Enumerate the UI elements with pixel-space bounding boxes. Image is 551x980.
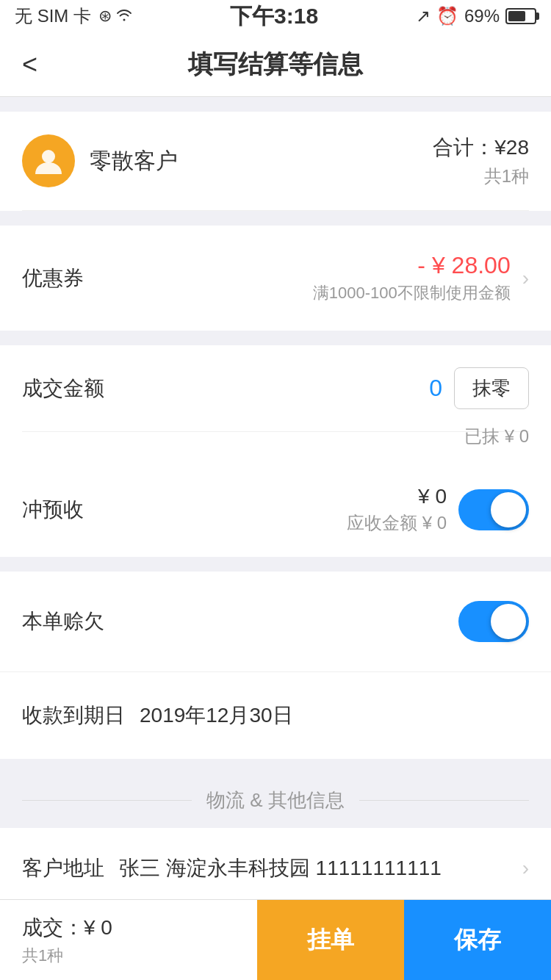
customer-name: 零散客户	[90, 146, 178, 176]
debt-toggle[interactable]	[458, 601, 529, 642]
bottom-deal-value: ¥ 0	[84, 916, 112, 939]
due-date-value: 2019年12月30日	[140, 702, 293, 729]
deal-amount-right: 0 抹零	[429, 367, 529, 409]
time-display: 下午3:18	[230, 1, 318, 32]
deal-section: 成交金额 0 抹零 已抹 ¥ 0 冲预收 ¥ 0 应收金额 ¥ 0	[0, 345, 551, 557]
due-date-row: 收款到期日 2019年12月30日	[0, 671, 551, 759]
hang-button[interactable]: 挂单	[257, 900, 404, 981]
location-icon: ↗	[416, 6, 431, 26]
debt-row: 本单赊欠	[0, 572, 551, 671]
customer-row: 零散客户 合计：¥28 共1种	[22, 112, 529, 211]
total-count: 共1种	[433, 165, 529, 188]
debt-toggle-knob	[491, 604, 526, 639]
prepay-label: 冲预收	[22, 496, 84, 524]
prepay-sub: 应收金额 ¥ 0	[347, 511, 447, 535]
coupon-chevron-icon: ›	[522, 267, 529, 290]
coupon-label: 优惠券	[22, 264, 84, 292]
toggle-knob	[491, 492, 526, 527]
address-value: 张三 海淀永丰科技园 11111111111	[119, 854, 442, 882]
section-divider-2	[0, 211, 551, 226]
battery-percent: 69%	[464, 6, 500, 26]
prepay-row: 冲预收 ¥ 0 应收金额 ¥ 0	[22, 463, 529, 557]
prepay-toggle[interactable]	[458, 489, 529, 530]
customer-total: 合计：¥28 共1种	[433, 134, 529, 188]
coupon-right: - ¥ 28.00 满1000-100不限制使用金额 ›	[313, 252, 529, 304]
total-amount: 合计：¥28	[433, 134, 529, 162]
due-date-label: 收款到期日	[22, 702, 125, 729]
deal-amount-value: 0	[429, 375, 442, 402]
back-button[interactable]: <	[22, 49, 37, 80]
battery-icon	[505, 8, 536, 24]
coupon-section: 优惠券 - ¥ 28.00 满1000-100不限制使用金额 ›	[0, 226, 551, 331]
section-divider-4	[0, 557, 551, 572]
prepay-right: ¥ 0 应收金额 ¥ 0	[347, 485, 529, 535]
bottom-deal-label: 成交：	[22, 916, 84, 939]
address-left: 客户地址 张三 海淀永丰科技园 11111111111	[22, 854, 442, 882]
bottom-bar: 成交：¥ 0 共1种 挂单 保存	[0, 899, 551, 980]
carrier-text: 无 SIM 卡	[15, 4, 91, 28]
logistics-label-wrap: 物流 & 其他信息	[192, 788, 359, 813]
prepay-value-block: ¥ 0 应收金额 ¥ 0	[347, 485, 447, 535]
coupon-value-block: - ¥ 28.00 满1000-100不限制使用金额	[313, 252, 511, 304]
avatar	[22, 134, 75, 187]
round-zero-button[interactable]: 抹零	[454, 367, 529, 409]
section-divider-5	[0, 759, 551, 774]
status-left: 无 SIM 卡 ⊛	[15, 4, 132, 28]
bottom-summary: 成交：¥ 0 共1种	[0, 914, 257, 967]
bottom-count: 共1种	[22, 945, 235, 967]
already-rounded-text: 已抹 ¥ 0	[22, 425, 529, 463]
deal-amount-label: 成交金额	[22, 375, 104, 403]
logistics-header-text: 物流 & 其他信息	[206, 789, 345, 811]
customer-left: 零散客户	[22, 134, 178, 187]
section-divider-1	[0, 97, 551, 112]
page-title: 填写结算等信息	[188, 48, 363, 82]
alarm-icon: ⏰	[436, 6, 458, 26]
customer-section: 零散客户 合计：¥28 共1种	[0, 112, 551, 211]
logistics-header: 物流 & 其他信息	[0, 774, 551, 826]
wifi-icon: ⊛	[98, 7, 132, 26]
address-row[interactable]: 客户地址 张三 海淀永丰科技园 11111111111 ›	[0, 828, 551, 909]
nav-bar: < 填写结算等信息	[0, 32, 551, 97]
debt-label: 本单赊欠	[22, 608, 104, 635]
status-right: ↗ ⏰ 69%	[416, 6, 536, 26]
bottom-deal-text: 成交：¥ 0	[22, 914, 235, 942]
svg-point-0	[42, 150, 55, 163]
address-label: 客户地址	[22, 854, 104, 882]
coupon-desc: 满1000-100不限制使用金额	[313, 282, 511, 304]
section-divider-3	[0, 331, 551, 345]
prepay-value: ¥ 0	[347, 485, 447, 508]
status-bar: 无 SIM 卡 ⊛ 下午3:18 ↗ ⏰ 69%	[0, 0, 551, 32]
coupon-row[interactable]: 优惠券 - ¥ 28.00 满1000-100不限制使用金额 ›	[22, 226, 529, 331]
deal-amount-row: 成交金额 0 抹零	[22, 345, 529, 432]
coupon-amount: - ¥ 28.00	[313, 252, 511, 279]
address-chevron-icon: ›	[522, 857, 529, 880]
save-button[interactable]: 保存	[404, 900, 551, 981]
